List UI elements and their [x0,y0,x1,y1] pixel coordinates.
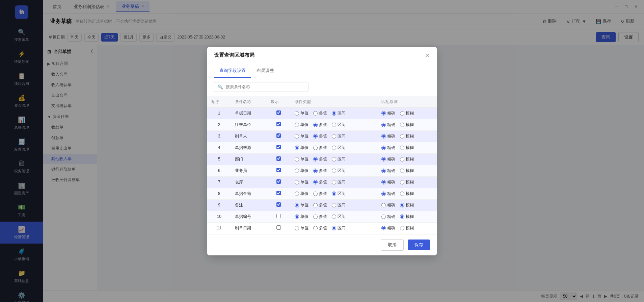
type-radio-item[interactable]: 单值 [295,191,308,197]
show-checkbox[interactable] [276,133,281,138]
match-radio[interactable] [400,215,404,219]
match-radio[interactable] [381,157,386,161]
match-radio[interactable] [381,146,386,150]
type-radio-item[interactable]: 多值 [313,202,327,208]
match-radio[interactable] [381,192,386,196]
type-radio[interactable] [313,215,318,219]
match-radio[interactable] [400,111,404,116]
match-radio[interactable] [400,192,404,196]
type-radio-item[interactable]: 多值 [313,156,327,162]
type-radio-item[interactable]: 区间 [332,191,346,197]
type-radio[interactable] [313,169,318,173]
type-radio-item[interactable]: 区间 [332,225,346,231]
type-radio-item[interactable]: 单值 [295,156,308,162]
type-radio[interactable] [295,146,299,150]
type-radio-item[interactable]: 单值 [295,133,308,139]
match-radio[interactable] [400,134,404,139]
match-radio-item[interactable]: 精确 [381,168,395,174]
match-radio-item[interactable]: 精确 [381,225,395,231]
match-radio-item[interactable]: 精确 [381,214,395,220]
type-radio[interactable] [295,111,299,116]
match-radio-item[interactable]: 精确 [381,156,395,162]
type-radio[interactable] [332,111,336,116]
type-radio[interactable] [313,157,318,161]
type-radio[interactable] [313,180,318,184]
match-radio-item[interactable]: 模糊 [400,202,414,208]
type-radio[interactable] [295,157,299,161]
type-radio[interactable] [313,123,318,127]
type-radio-item[interactable]: 单值 [295,145,308,151]
show-checkbox[interactable] [276,156,281,161]
match-radio[interactable] [400,169,404,173]
match-radio[interactable] [400,123,404,127]
match-radio-item[interactable]: 精确 [381,202,395,208]
match-radio[interactable] [381,134,386,139]
type-radio[interactable] [295,192,299,196]
show-checkbox[interactable] [276,214,281,218]
match-radio[interactable] [381,123,386,127]
cancel-button[interactable]: 取消 [381,239,404,251]
match-radio-item[interactable]: 模糊 [400,179,414,185]
type-radio[interactable] [295,215,299,219]
type-radio-item[interactable]: 多值 [313,168,327,174]
type-radio-item[interactable]: 多值 [313,214,327,220]
type-radio[interactable] [313,146,318,150]
match-radio-item[interactable]: 精确 [381,122,395,128]
type-radio[interactable] [295,169,299,173]
match-radio-item[interactable]: 模糊 [400,156,414,162]
type-radio-item[interactable]: 单值 [295,168,308,174]
type-radio-item[interactable]: 区间 [332,110,346,116]
show-checkbox[interactable] [276,168,281,172]
type-radio-item[interactable]: 区间 [332,133,346,139]
type-radio[interactable] [332,134,336,139]
match-radio[interactable] [381,111,386,116]
type-radio-item[interactable]: 单值 [295,202,308,208]
type-radio-item[interactable]: 多值 [313,191,327,197]
type-radio[interactable] [313,226,318,230]
match-radio[interactable] [400,157,404,161]
type-radio[interactable] [313,111,318,116]
type-radio-item[interactable]: 区间 [332,179,346,185]
match-radio[interactable] [381,215,386,219]
match-radio-item[interactable]: 精确 [381,179,395,185]
type-radio-item[interactable]: 多值 [313,145,327,151]
type-radio-item[interactable]: 区间 [332,156,346,162]
show-checkbox[interactable] [276,225,281,230]
type-radio-item[interactable]: 区间 [332,122,346,128]
search-field-input[interactable] [226,84,305,89]
type-radio[interactable] [332,215,336,219]
type-radio-item[interactable]: 多值 [313,179,327,185]
type-radio[interactable] [332,203,336,207]
match-radio[interactable] [400,146,404,150]
show-checkbox[interactable] [276,179,281,184]
match-radio[interactable] [400,180,404,184]
type-radio-item[interactable]: 单值 [295,225,308,231]
match-radio[interactable] [400,226,404,230]
match-radio-item[interactable]: 模糊 [400,145,414,151]
show-checkbox[interactable] [276,191,281,195]
type-radio-item[interactable]: 多值 [313,122,327,128]
type-radio-item[interactable]: 区间 [332,145,346,151]
match-radio-item[interactable]: 模糊 [400,110,414,116]
type-radio[interactable] [295,226,299,230]
show-checkbox[interactable] [276,122,281,126]
type-radio-item[interactable]: 多值 [313,225,327,231]
match-radio[interactable] [381,169,386,173]
type-radio[interactable] [332,180,336,184]
type-radio[interactable] [295,180,299,184]
match-radio-item[interactable]: 精确 [381,191,395,197]
type-radio[interactable] [332,192,336,196]
type-radio[interactable] [313,134,318,139]
type-radio-item[interactable]: 单值 [295,179,308,185]
type-radio[interactable] [295,134,299,139]
show-checkbox[interactable] [276,202,281,207]
type-radio[interactable] [332,157,336,161]
match-radio[interactable] [400,203,404,207]
match-radio-item[interactable]: 模糊 [400,122,414,128]
type-radio[interactable] [332,226,336,230]
type-radio-item[interactable]: 多值 [313,133,327,139]
type-radio[interactable] [332,123,336,127]
show-checkbox[interactable] [276,145,281,149]
type-radio[interactable] [313,192,318,196]
match-radio-item[interactable]: 精确 [381,145,395,151]
